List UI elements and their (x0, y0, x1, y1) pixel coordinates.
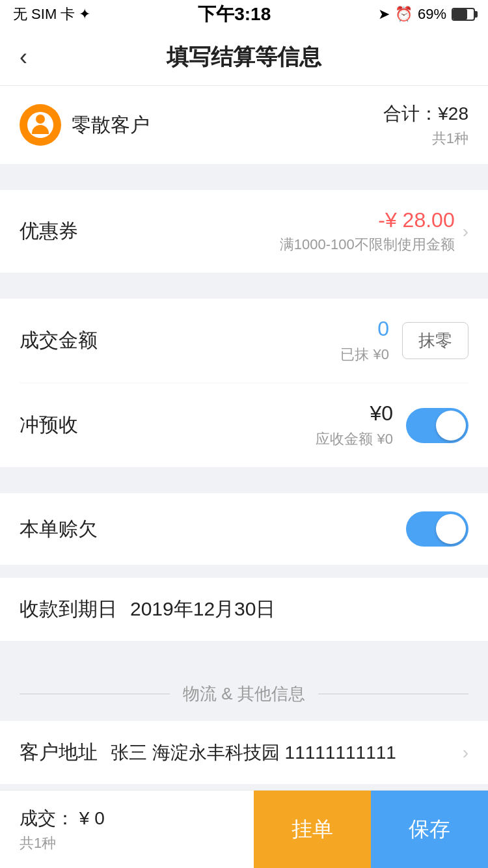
chong-yushou-label: 冲预收 (20, 412, 78, 439)
coupon-info: -¥ 28.00 满1000-100不限制使用金额 (280, 208, 455, 254)
customer-row: 零散客户 合计：¥28 共1种 (0, 86, 488, 164)
deal-amount-row: 成交金额 0 已抹 ¥0 抹零 (20, 299, 468, 383)
customer-left: 零散客户 (20, 104, 150, 146)
round-zero-button[interactable]: 抹零 (402, 322, 468, 359)
chong-yushou-value: ¥0 (370, 401, 393, 426)
due-date-label: 收款到期日 (20, 596, 117, 623)
address-chevron-icon: › (463, 742, 468, 763)
customer-total: 合计：¥28 (383, 102, 468, 126)
avatar (20, 104, 61, 146)
customer-section: 零散客户 合计：¥28 共1种 (0, 86, 488, 164)
back-button[interactable]: ‹ (20, 44, 27, 71)
already-rounded-label: 已抹 ¥0 (340, 345, 389, 364)
due-date-value: 2019年12月30日 (130, 596, 275, 623)
battery-text: 69% (418, 6, 446, 23)
sim-text: 无 SIM 卡 ✦ (13, 5, 90, 24)
section-divider-3 (0, 480, 488, 493)
coupon-desc: 满1000-100不限制使用金额 (280, 235, 455, 254)
coupon-section[interactable]: 优惠券 -¥ 28.00 满1000-100不限制使用金额 › (0, 190, 488, 273)
address-section: 客户地址 张三 海淀永丰科技园 11111111111 › (0, 721, 488, 784)
avatar-icon (27, 112, 53, 138)
deal-section: 成交金额 0 已抹 ¥0 抹零 冲预收 ¥0 应收金额 ¥0 (0, 299, 488, 467)
bottom-deal-label: 成交： (20, 808, 74, 828)
coupon-discount: -¥ 28.00 (280, 208, 455, 232)
coupon-label: 优惠券 (20, 218, 78, 245)
logistics-line-right (318, 694, 468, 694)
battery-icon (452, 8, 475, 21)
section-divider-4 (0, 654, 488, 667)
save-button[interactable]: 保存 (371, 791, 488, 868)
deal-amount-sub: 0 已抹 ¥0 (340, 317, 389, 364)
alarm-icon: ⏰ (395, 6, 413, 23)
section-divider-1 (0, 177, 488, 190)
debt-label: 本单赊欠 (20, 516, 98, 543)
bottom-count: 共1种 (20, 834, 234, 853)
coupon-right: -¥ 28.00 满1000-100不限制使用金额 › (280, 208, 468, 254)
nav-bar: ‹ 填写结算等信息 (0, 29, 488, 86)
chevron-right-icon: › (463, 221, 468, 242)
chong-yushou-sub: ¥0 应收金额 ¥0 (316, 401, 393, 449)
status-right: ➤ ⏰ 69% (378, 6, 475, 23)
chong-yushou-toggle[interactable] (406, 408, 468, 443)
location-icon: ➤ (378, 6, 390, 23)
bottom-deal: 成交： ¥ 0 (20, 806, 234, 831)
deal-amount-right: 0 已抹 ¥0 抹零 (340, 317, 468, 364)
address-label: 客户地址 (20, 739, 98, 766)
section-divider-2 (0, 286, 488, 299)
content-area: 零散客户 合计：¥28 共1种 优惠券 -¥ 28.00 满1000-100不限… (0, 86, 488, 868)
toggle-knob (436, 411, 466, 441)
page-title: 填写结算等信息 (167, 42, 321, 72)
deal-amount-value: 0 (377, 317, 389, 341)
hold-button[interactable]: 挂单 (254, 791, 371, 868)
status-left: 无 SIM 卡 ✦ (13, 5, 90, 24)
logistics-divider: 物流 & 其他信息 (0, 667, 488, 721)
debt-toggle-knob (436, 514, 466, 544)
debt-section: 本单赊欠 (0, 493, 488, 565)
bottom-info: 成交： ¥ 0 共1种 (0, 806, 254, 853)
status-time: 下午3:18 (198, 2, 271, 27)
logistics-text: 物流 & 其他信息 (170, 683, 318, 705)
customer-count: 共1种 (383, 129, 468, 148)
coupon-row[interactable]: 优惠券 -¥ 28.00 满1000-100不限制使用金额 › (0, 190, 488, 273)
address-value: 张三 海淀永丰科技园 11111111111 (111, 740, 463, 765)
logistics-line-left (20, 694, 170, 694)
address-row[interactable]: 客户地址 张三 海淀永丰科技园 11111111111 › (0, 721, 488, 784)
chong-yushou-right: ¥0 应收金额 ¥0 (316, 401, 468, 449)
bottom-deal-value: ¥ 0 (79, 808, 105, 828)
bottom-buttons: 挂单 保存 (254, 791, 488, 868)
customer-right: 合计：¥28 共1种 (383, 102, 468, 148)
debt-toggle[interactable] (406, 511, 468, 547)
chong-yushou-row: 冲预收 ¥0 应收金额 ¥0 (20, 383, 468, 467)
chong-yushou-desc: 应收金额 ¥0 (316, 429, 393, 449)
deal-amount-label: 成交金额 (20, 327, 98, 354)
status-bar: 无 SIM 卡 ✦ 下午3:18 ➤ ⏰ 69% (0, 0, 488, 29)
customer-name: 零散客户 (72, 112, 150, 139)
bottom-bar: 成交： ¥ 0 共1种 挂单 保存 (0, 790, 488, 868)
due-date-section: 收款到期日 2019年12月30日 (0, 578, 488, 641)
